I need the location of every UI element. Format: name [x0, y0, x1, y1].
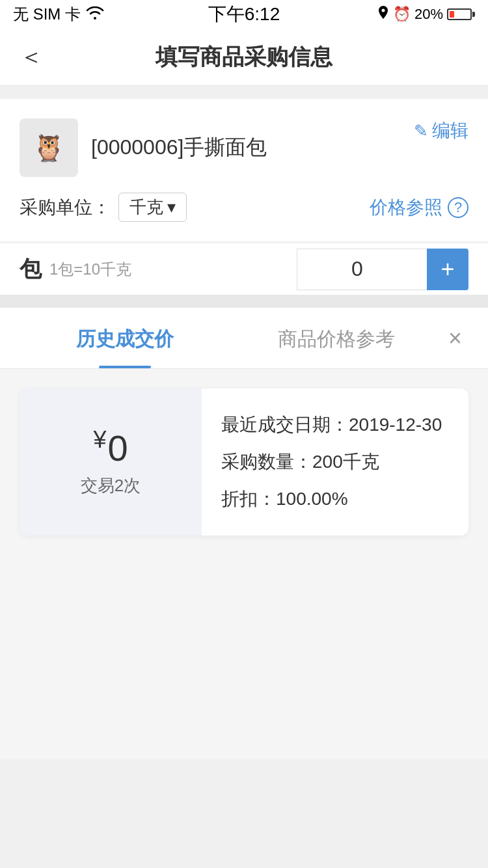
discount-value: 100.00% [276, 489, 348, 509]
purchase-quantity-label: 采购数量： [221, 452, 312, 472]
currency-symbol: ¥ [93, 426, 106, 453]
unit-row: 采购单位： 千克 ▾ [20, 193, 187, 222]
transaction-price: ¥0 [93, 426, 128, 469]
transaction-right: 最近成交日期：2019-12-30 采购数量：200千克 折扣：100.00% [202, 388, 468, 536]
quantity-label: 包 1包=10千克 [20, 254, 131, 284]
product-left: 🦉 [0000006]手撕面包 [20, 118, 267, 177]
quantity-input[interactable] [297, 249, 427, 290]
transaction-left: ¥0 交易2次 [20, 388, 202, 536]
battery-icon [447, 8, 475, 20]
purchase-quantity-value: 200千克 [312, 452, 379, 472]
unit-sub: 1包=10千克 [49, 259, 131, 280]
price-value: 0 [107, 427, 128, 468]
price-ref-button[interactable]: 价格参照 ? [370, 195, 468, 220]
unit-label: 采购单位： [20, 195, 111, 220]
tab-history-price[interactable]: 历史成交价 [20, 308, 230, 368]
recent-date-label: 最近成交日期： [221, 414, 349, 435]
unit-dropdown-icon: ▾ [167, 197, 176, 217]
page-title: 填写商品采购信息 [156, 42, 332, 72]
nav-bar: ＜ 填写商品采购信息 [0, 29, 488, 86]
edit-button[interactable]: ✎ 编辑 [414, 118, 468, 143]
edit-label: 编辑 [432, 118, 468, 143]
unit-selector[interactable]: 千克 ▾ [118, 193, 187, 222]
recent-date-row: 最近成交日期：2019-12-30 [221, 412, 449, 437]
tabs-close-button[interactable]: × [442, 318, 468, 359]
product-header: 🦉 [0000006]手撕面包 ✎ 编辑 [20, 118, 468, 177]
tab-history-price-label: 历史成交价 [76, 328, 174, 349]
price-ref-help-icon: ? [448, 197, 468, 218]
location-icon [377, 5, 389, 23]
product-thumbnail: 🦉 [20, 118, 78, 177]
product-footer: 采购单位： 千克 ▾ 价格参照 ? [20, 193, 468, 222]
quantity-section: 包 1包=10千克 + [0, 243, 488, 295]
tab-product-price-ref[interactable]: 商品价格参考 [230, 308, 441, 368]
status-left: 无 SIM 卡 [13, 4, 104, 25]
discount-label: 折扣： [221, 489, 276, 509]
unit-badge: 包 [20, 254, 42, 284]
status-time: 下午6:12 [208, 2, 280, 27]
back-button[interactable]: ＜ [13, 34, 49, 79]
price-ref-label: 价格参照 [370, 195, 442, 220]
quantity-controls: + [297, 249, 468, 290]
edit-icon: ✎ [414, 121, 428, 141]
transaction-card: ¥0 交易2次 最近成交日期：2019-12-30 采购数量：200千克 折扣：… [20, 388, 468, 536]
product-logo-icon: 🦉 [33, 133, 65, 163]
product-name: [0000006]手撕面包 [91, 133, 267, 162]
unit-value: 千克 [129, 196, 163, 219]
discount-row: 折扣：100.00% [221, 486, 449, 511]
tab-product-price-ref-label: 商品价格参考 [278, 328, 395, 349]
carrier-text: 无 SIM 卡 [13, 4, 81, 25]
battery-percent: 20% [414, 6, 443, 23]
alarm-icon: ⏰ [393, 6, 411, 23]
close-icon: × [448, 325, 462, 352]
quantity-plus-button[interactable]: + [427, 249, 468, 290]
status-right: ⏰ 20% [377, 5, 475, 23]
wifi-icon [86, 5, 104, 23]
status-bar: 无 SIM 卡 下午6:12 ⏰ 20% [0, 0, 488, 29]
transaction-count: 交易2次 [81, 474, 141, 497]
tabs-container: 历史成交价 商品价格参考 × [0, 308, 488, 369]
section-separator [0, 295, 488, 308]
content-area: ¥0 交易2次 最近成交日期：2019-12-30 采购数量：200千克 折扣：… [0, 369, 488, 759]
product-card: 🦉 [0000006]手撕面包 ✎ 编辑 采购单位： 千克 ▾ 价格参照 ? [0, 99, 488, 241]
purchase-quantity-row: 采购数量：200千克 [221, 449, 449, 474]
recent-date-value: 2019-12-30 [349, 414, 442, 435]
svg-point-0 [381, 9, 385, 12]
